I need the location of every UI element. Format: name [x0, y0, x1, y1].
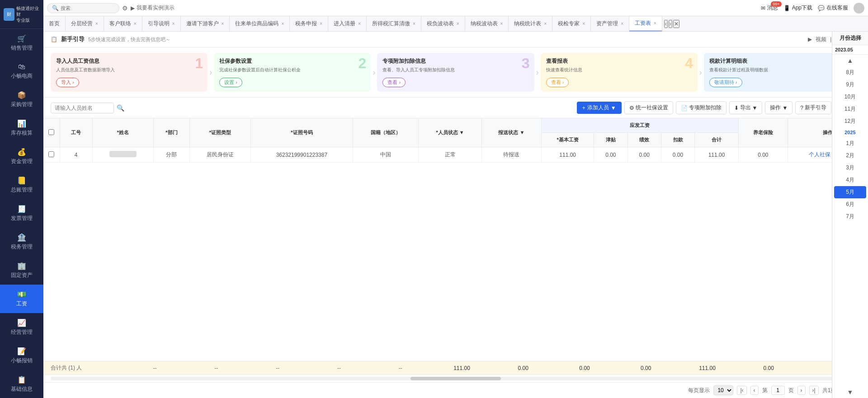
sidebar-item-purchase[interactable]: 📦 采购管理: [0, 85, 43, 114]
horizontal-scrollbar[interactable]: [43, 375, 868, 382]
page-prev-btn[interactable]: ‹: [750, 386, 759, 395]
tab-goods-code-label: 往来单位商品编码: [235, 20, 278, 28]
tab-clearance[interactable]: 进入清册 ×: [328, 16, 367, 32]
row-checkbox[interactable]: [48, 151, 54, 157]
tab-tax-report-close[interactable]: ×: [320, 21, 322, 26]
sidebar-item-payroll[interactable]: 💵 工资: [0, 285, 43, 313]
avatar[interactable]: [854, 3, 864, 14]
new-guide-button[interactable]: ? 新手引导: [795, 101, 831, 114]
sidebar-item-ledger[interactable]: 📒 总账管理: [0, 171, 43, 199]
app-download-button[interactable]: 📱 App下载: [783, 4, 812, 12]
page-size-select[interactable]: 10 20 50: [713, 385, 733, 395]
row-id-number: 36232199901223387: [251, 147, 353, 163]
social-settings-label: 统一社保设置: [636, 104, 668, 112]
tab-asset[interactable]: 资产管理 ×: [591, 16, 629, 32]
export-button[interactable]: ⬇ 导出 ▼: [729, 101, 763, 114]
page-last-btn[interactable]: ›|: [809, 386, 819, 395]
row-allowance: 0.00: [594, 147, 627, 163]
tab-tax-calc-close[interactable]: ×: [413, 21, 415, 26]
tab-tax-stat[interactable]: 纳税波动表 ×: [465, 16, 509, 32]
guide-video-label[interactable]: 视频: [816, 36, 826, 43]
employee-search-button[interactable]: 🔍: [117, 104, 124, 112]
step-5-btn[interactable]: 敬请期待 ›: [709, 78, 742, 87]
sidebar-item-tax[interactable]: 🏦 税务管理: [0, 228, 43, 256]
topbar-search-box[interactable]: 🔍: [47, 3, 119, 13]
month-prev-btn[interactable]: ▲: [846, 56, 855, 65]
tab-payroll-close[interactable]: ×: [654, 21, 656, 26]
tab-invite-close[interactable]: ×: [222, 21, 224, 26]
tab-nav-prev[interactable]: ‹: [664, 20, 668, 28]
step-4-btn[interactable]: 查看 ›: [546, 78, 569, 87]
online-service-button[interactable]: 💬 在线客服: [818, 4, 848, 12]
sidebar-item-finance[interactable]: 💰 资金管理: [0, 142, 43, 171]
tab-nav-close-all[interactable]: ✕: [673, 20, 679, 28]
tab-goods-code[interactable]: 往来单位商品编码 ×: [230, 16, 290, 32]
month-item-1[interactable]: 1月: [832, 137, 868, 150]
tab-customer-label: 客户联络: [109, 20, 131, 28]
tab-asset-close[interactable]: ×: [621, 21, 623, 26]
tab-tax-exempt-close[interactable]: ×: [457, 21, 459, 26]
sidebar-item-operations[interactable]: 📈 经营管理: [0, 313, 43, 342]
step-1-btn[interactable]: 导入 ›: [56, 78, 79, 87]
select-all-checkbox[interactable]: [48, 129, 54, 135]
sidebar-item-ecommerce[interactable]: 🛍 小畅电商: [0, 57, 43, 85]
sidebar-item-label: 小畅报销: [11, 357, 33, 365]
step-2-btn[interactable]: 设置 ›: [219, 78, 242, 87]
month-item-9[interactable]: 9月: [832, 79, 868, 91]
sidebar-item-sales[interactable]: 🛒 销售管理: [0, 29, 43, 57]
sidebar-item-invoice[interactable]: 🧾 发票管理: [0, 199, 43, 228]
tab-payroll[interactable]: 工资表 ×: [629, 16, 662, 32]
tab-tax-count[interactable]: 纳税统计表 ×: [509, 16, 552, 32]
demo-link[interactable]: ▶ 我要看实例演示: [131, 4, 175, 12]
tab-tier-close[interactable]: ×: [95, 21, 98, 26]
operations-button[interactable]: 操作 ▼: [765, 101, 793, 114]
month-item-6[interactable]: 6月: [832, 198, 868, 211]
tab-clearance-close[interactable]: ×: [358, 21, 361, 26]
add-employee-button[interactable]: + 添加人员 ▼: [577, 102, 622, 114]
month-item-10[interactable]: 10月: [832, 91, 868, 103]
step-3-title: 专项附加扣除信息: [382, 57, 528, 65]
tab-nav-next[interactable]: ›: [669, 20, 672, 28]
step-3-btn[interactable]: 查看 ›: [382, 78, 406, 87]
tab-customer-close[interactable]: ×: [134, 21, 137, 26]
tab-guide-close[interactable]: ×: [172, 21, 175, 26]
sidebar-item-report[interactable]: 📝 小畅报销: [0, 342, 43, 370]
sidebar-item-fixed-assets[interactable]: 🏢 固定资产: [0, 256, 43, 285]
month-item-7[interactable]: 7月: [832, 211, 868, 223]
month-item-3[interactable]: 3月: [832, 162, 868, 174]
tab-goods-code-close[interactable]: ×: [281, 21, 284, 26]
tab-tax-expert[interactable]: 税检专家 ×: [552, 16, 591, 32]
tab-customer[interactable]: 客户联络 ×: [104, 16, 142, 32]
page-number-input[interactable]: [771, 386, 785, 395]
tab-tax-count-close[interactable]: ×: [544, 21, 547, 26]
page-next-btn[interactable]: ›: [797, 386, 806, 395]
month-next-btn[interactable]: ▼: [846, 388, 855, 397]
tab-home[interactable]: 首页: [43, 16, 66, 32]
special-deduction-button[interactable]: 📄 专项附加扣除: [676, 101, 726, 114]
gear-icon[interactable]: ⚙: [122, 5, 128, 12]
month-item-4[interactable]: 4月: [832, 174, 868, 186]
action-social[interactable]: 个人社保: [809, 151, 830, 158]
month-item-5[interactable]: 5月: [834, 186, 866, 198]
month-item-8[interactable]: 8月: [832, 66, 868, 79]
page-first-btn[interactable]: |‹: [737, 386, 746, 395]
tab-tier[interactable]: 分层经营 ×: [66, 16, 104, 32]
tab-tax-expert-close[interactable]: ×: [582, 21, 585, 26]
message-button[interactable]: ✉ 消息 99+: [761, 4, 778, 12]
scrollbar-thumb[interactable]: [410, 377, 501, 380]
tab-tax-exempt[interactable]: 税负波动表 ×: [421, 16, 465, 32]
social-settings-button[interactable]: ⚙ 统一社保设置: [624, 101, 673, 114]
tab-guide[interactable]: 引导说明 ×: [142, 16, 181, 32]
tab-tax-stat-close[interactable]: ×: [500, 21, 503, 26]
search-input[interactable]: [61, 5, 106, 11]
th-id-number: *证照号码: [251, 118, 353, 147]
tab-tax-report[interactable]: 税务申报 ×: [290, 16, 328, 32]
month-item-11[interactable]: 11月: [832, 103, 868, 115]
sidebar-item-inventory[interactable]: 📊 库存核算: [0, 114, 43, 142]
employee-search-input[interactable]: [51, 103, 114, 113]
month-item-2[interactable]: 2月: [832, 150, 868, 162]
sidebar-item-basic[interactable]: 📋 基础信息: [0, 370, 43, 398]
tab-invite[interactable]: 邀请下游客户 ×: [181, 16, 230, 32]
tab-tax-calc[interactable]: 所得税汇算清缴 ×: [367, 16, 421, 32]
month-item-12[interactable]: 12月: [832, 115, 868, 127]
